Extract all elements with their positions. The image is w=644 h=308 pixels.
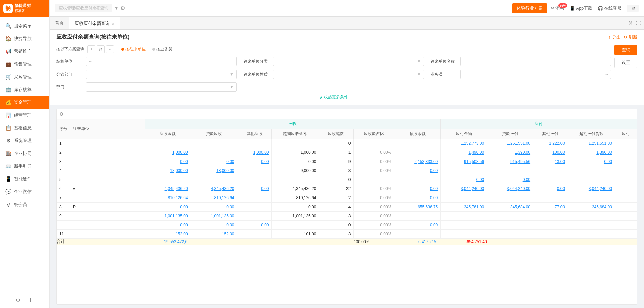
sidebar-label-base: 基础信息 xyxy=(14,125,32,131)
table-row: 500.000.00 xyxy=(57,175,637,184)
filter-tab-partner[interactable]: 按往来单位 xyxy=(118,45,149,53)
filter-input-nature[interactable]: ▼ xyxy=(273,70,424,79)
message-badge: 99+ xyxy=(558,3,567,8)
sidebar-item-marketing[interactable]: 📢 营销推广 xyxy=(0,45,49,58)
filter-collapse-btn[interactable]: « xyxy=(106,45,114,53)
export-btn[interactable]: ↑ 导出 xyxy=(609,34,621,40)
th-loan-payable: 贷款应付 xyxy=(487,129,533,139)
sidebar-item-system[interactable]: ⚙ 系统管理 xyxy=(0,134,49,147)
sidebar-item-guide[interactable]: 📖 新手引导 xyxy=(0,160,49,173)
message-icon: ✉ xyxy=(551,6,554,11)
filter-tab-partner-label: 按往来单位 xyxy=(125,46,146,52)
filter-settings-btn[interactable]: ◎ xyxy=(97,45,105,53)
sidebar-settings-btn[interactable]: ⚙ xyxy=(12,295,24,305)
filter-row-category: 往来单位分类 ▼ xyxy=(244,57,424,66)
filter-tab-salesman-label: 按业务员 xyxy=(156,46,172,52)
sales-icon: 💼 xyxy=(5,61,11,67)
settings-icon[interactable]: ⚙ xyxy=(120,5,125,11)
filter-tab-dot xyxy=(121,48,124,51)
th-overdue-payable: 超期应付货款 xyxy=(568,129,615,139)
logo-icon: 畅 xyxy=(3,4,13,13)
filter-tabs: 按往来单位 按业务员 xyxy=(118,45,176,53)
filter-row-nature: 往来单位性质 ▼ xyxy=(244,70,424,79)
sidebar-label-purchase: 采购管理 xyxy=(14,74,32,80)
sidebar-item-hardware[interactable]: 📱 智能硬件 xyxy=(0,173,49,185)
filter-input-partnername[interactable] xyxy=(460,57,611,66)
app-download-btn[interactable]: 📱 App下载 xyxy=(570,5,592,11)
footer-receivable[interactable]: 19,553,472,6... xyxy=(145,239,191,245)
industry-btn[interactable]: 体验行业方案 xyxy=(512,3,547,13)
filter-input-dept[interactable]: ▼ xyxy=(86,70,237,79)
sidebar-item-stock[interactable]: 🏢 库存核算 xyxy=(0,83,49,96)
sidebar-item-purchase[interactable]: 🛒 采购管理 xyxy=(0,71,49,83)
base-icon: 📋 xyxy=(5,125,11,131)
page-header: 应收应付余额查询(按往来单位) ↑ 导出 ↺ 刷新 xyxy=(50,30,644,45)
home-icon: 🏠 xyxy=(5,36,11,42)
footer-loan-recv xyxy=(191,239,237,245)
sidebar-item-operation[interactable]: 📊 经营管理 xyxy=(0,109,49,122)
close-window-icon[interactable]: ✕ xyxy=(628,20,633,26)
table-row: 11152.00152.00101.0030.00% xyxy=(57,230,637,239)
sidebar-item-vip[interactable]: V 畅会员 xyxy=(0,198,49,211)
sidebar-logo: 畅 畅捷通财 标准版 xyxy=(0,0,49,17)
filter-input-subdept[interactable]: ▼ xyxy=(86,82,237,92)
filter-label-subdept: 部门 xyxy=(56,84,83,90)
footer-advance[interactable]: 6,417,215.... xyxy=(394,239,441,245)
filter-row-salesman: 业务员 ··· xyxy=(431,70,611,79)
filter-input-category[interactable]: ▼ xyxy=(273,57,424,66)
filter-right-buttons: 查询 设置 xyxy=(611,45,637,68)
collapse-more-btn[interactable]: ∧ 收起更多条件 xyxy=(56,92,611,101)
th-num: 序号 xyxy=(57,119,70,139)
filter-tab-salesman[interactable]: 按业务员 xyxy=(149,45,176,53)
footer-recv-count xyxy=(319,239,354,245)
online-service-btn[interactable]: 🎧 在线客服 xyxy=(598,5,622,11)
sidebar-item-base[interactable]: 📋 基础信息 xyxy=(0,122,49,134)
tab-home[interactable]: 首页 xyxy=(50,17,69,29)
sidebar-bottom: ⚙ ⏸ xyxy=(0,292,49,308)
footer-other-pay xyxy=(533,239,568,245)
table-scroll[interactable]: 序号 往来单位 应收 应付 应收金额 贷款应收 其他应收 超期应收金额 应收笔数… xyxy=(57,119,637,304)
filter-input-salesman[interactable]: ··· xyxy=(460,70,611,79)
enterprise-icon: 🏬 xyxy=(5,150,11,157)
export-icon: ↑ xyxy=(609,35,611,40)
sidebar-label-guide: 新手引导 xyxy=(14,163,32,169)
sidebar-item-finance[interactable]: 💰 资金管理 xyxy=(0,96,49,109)
filter-arrow-dept: ▼ xyxy=(230,72,234,77)
topbar-nav: 应收管理/应收应付余额查询 ▼ ⚙ xyxy=(55,4,508,12)
sidebar-label-marketing: 营销推广 xyxy=(14,48,32,54)
tab-close-icon[interactable]: × xyxy=(112,21,114,26)
vip-icon: V xyxy=(5,202,11,208)
filter-row-subdept: 部门 ▼ xyxy=(56,82,237,92)
sidebar: 畅 畅捷通财 标准版 🔍 搜索菜单 🏠 快捷导航 📢 营销推广 💼 销售管理 🛒… xyxy=(0,0,50,308)
sidebar-item-wechat[interactable]: 💬 企业微信 xyxy=(0,185,49,198)
filter-arrow-subdept: ▼ xyxy=(230,85,234,89)
fullscreen-icon[interactable]: ⛶ xyxy=(636,20,641,26)
message-btn[interactable]: ✉ 消息 99+ xyxy=(551,5,565,11)
sidebar-item-shortcut[interactable]: 🏠 快捷导航 xyxy=(0,32,49,45)
table-settings-icon[interactable]: ⚙ xyxy=(59,111,64,117)
tab-spacer xyxy=(120,17,625,29)
filter-add-btn[interactable]: + xyxy=(87,45,95,53)
sidebar-label-wechat: 企业微信 xyxy=(14,189,32,195)
table-row: 7810,126.64810,126.64810,126.6420.00%0.0… xyxy=(57,193,637,203)
settings-button[interactable]: 设置 xyxy=(614,58,637,68)
stock-icon: 🏢 xyxy=(5,87,11,93)
filter-label: 按以下方案查询 xyxy=(56,46,85,52)
table-row: 21,000.001,000.001,000.0010.00%1,490.001… xyxy=(57,148,637,157)
topbar-actions: ✉ 消息 99+ 📱 App下载 🎧 在线客服 Rit xyxy=(551,5,639,12)
sidebar-label-hardware: 智能硬件 xyxy=(14,176,32,182)
query-button[interactable]: 查询 xyxy=(614,45,637,55)
table-row: 8P0.000.000.0040.00%655,636.75345,761.00… xyxy=(57,203,637,212)
filter-label-dept: 分管部门 xyxy=(56,72,83,77)
sidebar-item-enterprise[interactable]: 🏬 企业协同 xyxy=(0,147,49,160)
user-name: Rit xyxy=(630,6,635,11)
sidebar-item-search[interactable]: 🔍 搜索菜单 xyxy=(0,19,49,32)
sidebar-item-sales[interactable]: 💼 销售管理 xyxy=(0,58,49,71)
tab-query[interactable]: 应收应付余额查询 × xyxy=(69,17,120,29)
refresh-btn[interactable]: ↺ 刷新 xyxy=(624,34,637,40)
filter-row-dept: 分管部门 ▼ xyxy=(56,70,237,79)
sidebar-collapse-btn[interactable]: ⏸ xyxy=(25,295,37,305)
filter-label-salesman: 业务员 xyxy=(431,72,458,77)
user-menu[interactable]: Rit xyxy=(627,5,639,12)
filter-input-settlement[interactable]: ··· xyxy=(86,57,237,66)
